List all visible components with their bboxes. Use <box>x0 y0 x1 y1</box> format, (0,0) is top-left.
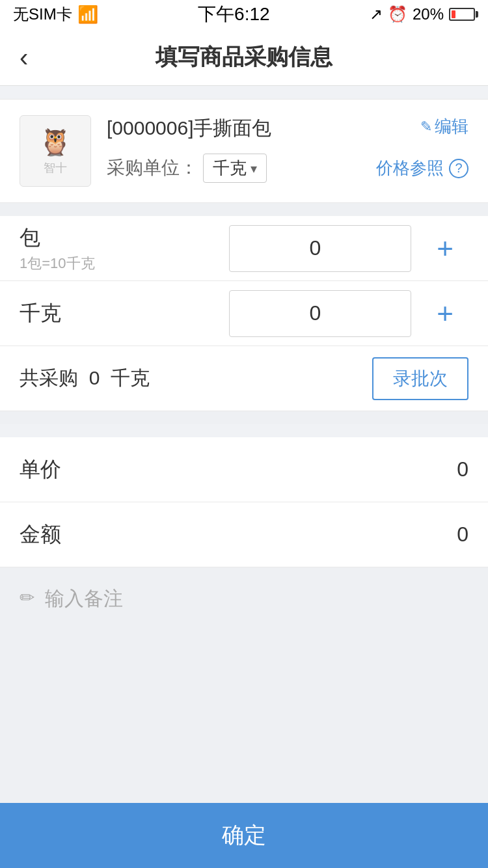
product-name-text: 手撕面包 <box>193 117 271 139</box>
product-card: 🦉 智十 [0000006]手撕面包 ✎ 编辑 采购单位： 千克 ▾ 价格参照 <box>0 99 488 203</box>
summary-text: 共采购 0 千克 <box>20 365 150 392</box>
kg-plus-button[interactable]: + <box>422 290 468 337</box>
bag-sub-label: 1包=10千克 <box>20 254 124 273</box>
status-time: 下午6:12 <box>198 2 270 27</box>
bag-row: 包 1包=10千克 + <box>0 216 488 281</box>
owl-icon: 🦉 <box>39 127 72 157</box>
page-title: 填写商品采购信息 <box>156 42 332 72</box>
location-icon: ↗ <box>370 5 383 23</box>
amount-value: 0 <box>457 522 468 547</box>
price-ref-button[interactable]: 价格参照 ? <box>376 157 468 180</box>
batch-button[interactable]: 录批次 <box>372 357 468 400</box>
edit-icon: ✎ <box>420 118 432 135</box>
bag-label: 包 <box>20 224 124 252</box>
product-id: [0000006] <box>107 117 193 139</box>
section-divider-2 <box>0 411 488 424</box>
product-info: [0000006]手撕面包 ✎ 编辑 采购单位： 千克 ▾ 价格参照 ? <box>107 115 468 183</box>
status-bar: 无SIM卡 📶 下午6:12 ↗ ⏰ 20% <box>0 0 488 29</box>
edit-button[interactable]: ✎ 编辑 <box>420 115 468 138</box>
bag-quantity-input[interactable] <box>229 225 411 272</box>
unit-row-left: 采购单位： 千克 ▾ <box>107 154 267 183</box>
unit-price-label: 单价 <box>20 455 61 484</box>
bag-input-group: + <box>124 225 468 272</box>
unit-label: 采购单位： <box>107 157 198 178</box>
kg-input-group: + <box>124 290 468 337</box>
alarm-icon: ⏰ <box>388 5 407 23</box>
price-ref-label: 价格参照 <box>376 157 444 180</box>
product-thumbnail: 🦉 智十 <box>20 115 91 187</box>
unit-price-value: 0 <box>457 457 468 481</box>
section-divider-1 <box>0 203 488 216</box>
bag-label-group: 包 1包=10千克 <box>20 224 124 273</box>
battery-icon <box>449 8 475 21</box>
kg-row: 千克 + <box>0 281 488 346</box>
product-unit-row: 采购单位： 千克 ▾ 价格参照 ? <box>107 154 468 183</box>
unit-value: 千克 <box>213 157 247 180</box>
help-icon: ? <box>449 159 468 178</box>
nav-bar: ‹ 填写商品采购信息 <box>0 29 488 86</box>
battery-fill <box>452 10 455 18</box>
status-left: 无SIM卡 📶 <box>13 4 98 25</box>
kg-quantity-input[interactable] <box>229 290 411 337</box>
kg-label-group: 千克 <box>20 299 124 328</box>
product-header: [0000006]手撕面包 ✎ 编辑 <box>107 115 468 142</box>
form-section: 包 1包=10千克 + 千克 + 共采购 0 千克 录批次 <box>0 216 488 411</box>
note-placeholder: 输入备注 <box>45 586 123 612</box>
pencil-icon: ✏ <box>20 587 34 608</box>
info-section: 单价 0 金额 0 <box>0 437 488 567</box>
summary-row: 共采购 0 千克 录批次 <box>0 346 488 411</box>
chevron-down-icon: ▾ <box>251 161 257 176</box>
summary-label: 共采购 <box>20 367 78 388</box>
summary-value: 0 <box>89 367 100 388</box>
confirm-bar: 确定 <box>0 803 488 868</box>
wifi-icon: 📶 <box>77 5 98 25</box>
edit-label: 编辑 <box>435 115 468 138</box>
carrier-text: 无SIM卡 <box>13 4 72 25</box>
thumb-label: 智十 <box>44 160 67 176</box>
unit-price-row: 单价 0 <box>0 437 488 502</box>
confirm-button[interactable]: 确定 <box>0 803 488 868</box>
summary-unit: 千克 <box>111 367 150 388</box>
unit-select[interactable]: 千克 ▾ <box>203 154 267 183</box>
note-section[interactable]: ✏ 输入备注 <box>0 567 488 828</box>
amount-label: 金额 <box>20 521 61 549</box>
back-button[interactable]: ‹ <box>20 44 28 70</box>
kg-label: 千克 <box>20 299 124 328</box>
bag-plus-button[interactable]: + <box>422 225 468 272</box>
status-right: ↗ ⏰ 20% <box>370 5 475 23</box>
amount-row: 金额 0 <box>0 502 488 567</box>
battery-text: 20% <box>413 5 444 23</box>
product-name: [0000006]手撕面包 <box>107 115 271 142</box>
